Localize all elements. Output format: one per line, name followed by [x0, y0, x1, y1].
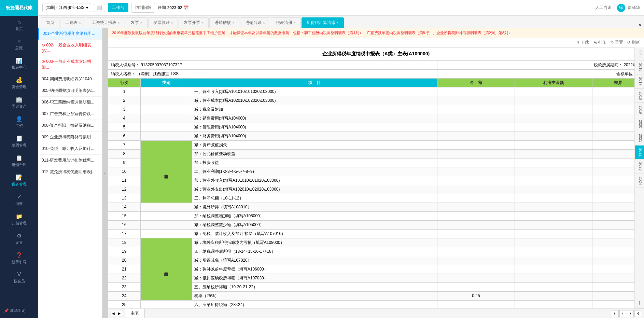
- year-item-2018[interactable]: 2018: [635, 89, 644, 103]
- table-row: 16 减：纳税调整减少额（填写A105000）: [108, 220, 644, 229]
- sidebar-pin-toggle[interactable]: 📌 取消固定: [0, 306, 38, 315]
- nav-arrow-left[interactable]: ◀: [111, 311, 116, 316]
- tab-invoice[interactable]: 发票 ×: [126, 17, 148, 28]
- left-panel-item-008[interactable]: 008-资产折旧、摊销及纳税...: [38, 120, 102, 132]
- col-header-row: 行次: [108, 78, 141, 87]
- year-item-2020[interactable]: 2020: [635, 117, 644, 131]
- tab-audit[interactable]: 进销稽核 ×: [209, 17, 239, 28]
- service-button[interactable]: 人工咨询: [595, 5, 612, 11]
- tab-close-audit[interactable]: ×: [232, 21, 234, 25]
- cell-item: 加：纳税调整增加额（填写A105000）: [192, 211, 437, 220]
- year-item-2022[interactable]: 2022: [635, 146, 644, 160]
- print-button[interactable]: 🖨 打印: [593, 40, 606, 45]
- tab-close-tax-list[interactable]: ×: [294, 21, 296, 25]
- workbench-button[interactable]: 工作台: [108, 3, 128, 12]
- tab-invoice-open[interactable]: 发票开票 ×: [179, 17, 209, 28]
- download-button[interactable]: ⬇ 下载: [576, 40, 589, 45]
- cell-amount: [437, 265, 515, 274]
- cell-item: 减：弥补以前年度亏损（填写A106000）: [192, 265, 437, 274]
- left-panel-item-009[interactable]: 009-企业所得税附补亏损明...: [38, 132, 102, 143]
- tab-payroll[interactable]: 工资表 ×: [60, 17, 86, 28]
- year-item-2017[interactable]: 2017: [635, 74, 644, 88]
- username: 徐泽华: [628, 5, 640, 10]
- table-scroll-area[interactable]: 企业所得税年度纳税申报表（A类）主表(A100000) 纳税人识别号： 9132…: [108, 47, 644, 309]
- sidebar-item-settings[interactable]: ⚙ 设置: [0, 229, 38, 249]
- main-content: (勾删）江西服宝-LSS ▾ ⬜ 工作台 切到旧版 账期 2023-02 📅 人…: [38, 0, 644, 318]
- sidebar-item-invoice[interactable]: 🧾 发票管理: [0, 132, 38, 151]
- tab-trade-ledger[interactable]: 进销台账 ×: [240, 17, 270, 28]
- bottom-tab-main[interactable]: 主表: [125, 309, 145, 318]
- sidebar-item-home[interactable]: ⌂ 首页: [0, 16, 38, 35]
- nav-arrow-right[interactable]: ▶: [117, 311, 122, 316]
- tab-close-payroll[interactable]: ×: [79, 21, 81, 25]
- year-item-2016[interactable]: 2016: [635, 60, 644, 74]
- tab-close-invoice[interactable]: ×: [140, 21, 142, 25]
- cell-item: 减：境外应税所得抵减境内亏损（填写A108000）: [192, 238, 437, 247]
- table-toolbar: ⬇ 下载 🖨 打印 ↺ 重置 ⟳ 刷新: [108, 38, 644, 47]
- tab-close-tax-annual[interactable]: ×: [337, 21, 339, 25]
- reset-button[interactable]: ↺ 重置: [611, 40, 623, 45]
- year-item-2024[interactable]: 2024: [635, 174, 644, 188]
- cell-amount: [437, 185, 515, 194]
- sidebar-item-tax[interactable]: 📝 税务管理: [0, 171, 38, 190]
- sidebar-label-archive: 归档管理: [12, 221, 27, 226]
- tab-home[interactable]: 首页: [41, 17, 59, 28]
- tab-close-payroll-stats[interactable]: ×: [118, 21, 120, 25]
- tab-close-trade-ledger[interactable]: ×: [263, 21, 265, 25]
- tab-label-audit: 进销稽核: [214, 20, 231, 26]
- left-panel-item-002[interactable]: ⊘ 002-一般企业收入明细表(A1...: [38, 40, 102, 56]
- sidebar-item-member[interactable]: V 畅会员: [0, 268, 38, 287]
- sidebar-item-guide[interactable]: ❓ 新手引导: [0, 249, 38, 268]
- tax-icon: 📝: [16, 174, 23, 181]
- switch-version-button[interactable]: 切到旧版: [131, 3, 155, 13]
- tab-tax-list[interactable]: 税表清册 ×: [271, 17, 301, 28]
- left-panel-item-012[interactable]: 012-减免所得税优惠明细表(...: [38, 166, 102, 178]
- year-expand-icon[interactable]: ⟩: [635, 297, 644, 308]
- left-panel-item-004[interactable]: 004-期间费用明细表(A1040...: [38, 73, 102, 85]
- left-panel-item-010[interactable]: 010-免税、减计收入及加计...: [38, 143, 102, 155]
- sidebar-item-ledger[interactable]: ≡ 总账: [0, 35, 38, 54]
- tab-close-invoice-calc[interactable]: ×: [171, 21, 173, 25]
- refresh-button[interactable]: ⟳ 刷新: [627, 40, 640, 45]
- company-selector[interactable]: (勾删）江西服宝-LSS ▾: [42, 3, 91, 12]
- cell-item: 减：资产减值损失: [192, 140, 437, 149]
- cell-profit: [515, 87, 592, 96]
- tab-label-tax-list: 税表清册: [276, 20, 292, 26]
- window-close[interactable]: ×: [639, 23, 641, 28]
- year-item-2021[interactable]: 2021: [635, 131, 644, 145]
- sidebar-item-close[interactable]: ✓ 结账: [0, 190, 38, 210]
- page-next[interactable]: ⟩: [627, 310, 634, 317]
- left-panel-item-006[interactable]: 006-职工薪酬纳税调整明细...: [38, 97, 102, 108]
- panel-collapse-button[interactable]: ‹: [102, 28, 108, 318]
- year-item-2019[interactable]: 2019: [635, 103, 644, 117]
- year-item-2023[interactable]: 2023: [635, 160, 644, 174]
- table-wrapper[interactable]: 企业所得税年度纳税申报表（A类）主表(A100000) 纳税人识别号： 9132…: [108, 47, 644, 309]
- cell-category: [140, 203, 192, 211]
- sidebar-item-funds[interactable]: 💰 资金管理: [0, 73, 38, 93]
- cell-amount: [437, 105, 515, 114]
- sidebar-item-reports[interactable]: 📊 报表中心: [0, 54, 38, 73]
- tab-tax-annual[interactable]: 所得税汇算清缴 ×: [302, 17, 344, 28]
- page-prev[interactable]: ⟨: [619, 310, 626, 317]
- sidebar-item-trade[interactable]: 📋 进销台账: [0, 151, 38, 171]
- page-first[interactable]: ⟨⟨: [612, 310, 619, 317]
- sidebar-item-assets[interactable]: 🏢 固定资产: [0, 93, 38, 112]
- table-row: 17 减：免税、减计收入及加计 扣除（填写A107010）: [108, 229, 644, 238]
- cell-row-num: 21: [108, 265, 141, 274]
- calendar-icon[interactable]: 📅: [184, 5, 189, 10]
- left-panel-item-005[interactable]: 005-纳税调整项目明细表(A1...: [38, 85, 102, 97]
- left-panel-item-001[interactable]: 001-企业所得税年度纳税申...: [38, 28, 102, 40]
- cell-category: [140, 96, 192, 105]
- sidebar-item-archive[interactable]: 📁 归档管理: [0, 210, 38, 229]
- tab-close-invoice-open[interactable]: ×: [201, 21, 204, 25]
- left-panel-item-003[interactable]: ⊘ 003-一般企业成本支出明细...: [38, 56, 102, 73]
- tab-invoice-calc[interactable]: 发票算账 ×: [148, 17, 178, 28]
- sidebar-item-payroll[interactable]: 👤 工资: [0, 112, 38, 132]
- left-panel-item-011[interactable]: 011-研发费用加计扣除优惠...: [38, 155, 102, 166]
- copy-button[interactable]: ⬜: [94, 4, 105, 12]
- page-last[interactable]: ⟩⟩: [634, 310, 641, 317]
- year-item-2019-top[interactable]: 2019: [635, 47, 644, 60]
- left-panel-item-007[interactable]: 007-广告费和业务宣传费跌...: [38, 108, 102, 120]
- col-header-category: 类别: [140, 78, 192, 87]
- tab-payroll-stats[interactable]: 工资统计报表 ×: [87, 17, 125, 28]
